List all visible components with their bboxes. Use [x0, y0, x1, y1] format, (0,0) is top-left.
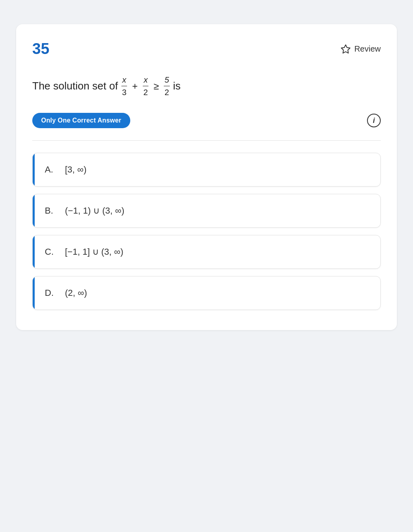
fraction-5-over-2: 5 2 [164, 74, 170, 98]
option-b-letter: B. [45, 206, 57, 216]
option-b[interactable]: B. (−1, 1) ∪ (3, ∞) [32, 194, 381, 228]
review-button[interactable]: Review [340, 44, 381, 54]
denominator-3: 3 [121, 86, 127, 98]
question-card: 35 Review The solution set of x 3 + x 2 … [16, 24, 397, 330]
page-container: 35 Review The solution set of x 3 + x 2 … [0, 0, 413, 532]
option-a-text: [3, ∞) [65, 164, 87, 175]
header-row: 35 Review [32, 40, 381, 58]
option-d-letter: D. [45, 288, 57, 298]
option-c[interactable]: C. [−1, 1] ∪ (3, ∞) [32, 235, 381, 269]
option-d-text: (2, ∞) [65, 288, 87, 298]
star-icon [340, 44, 351, 54]
option-a[interactable]: A. [3, ∞) [32, 153, 381, 187]
fraction-x-over-3: x 3 [121, 74, 127, 98]
question-suffix: is [173, 78, 181, 94]
numerator-5: 5 [164, 74, 170, 86]
options-list: A. [3, ∞) B. (−1, 1) ∪ (3, ∞) C. [−1, 1]… [32, 153, 381, 310]
option-a-letter: A. [45, 164, 57, 175]
plus-symbol: + [132, 79, 138, 94]
numerator-x: x [121, 74, 127, 86]
divider [32, 140, 381, 141]
denominator-2: 2 [143, 86, 149, 98]
badge-row: Only One Correct Answer i [32, 113, 381, 128]
svg-marker-0 [342, 45, 350, 53]
question-number: 35 [32, 40, 49, 58]
gte-symbol: ≥ [154, 79, 159, 94]
question-prefix: The solution set of [32, 78, 118, 94]
denominator-2b: 2 [164, 86, 170, 98]
fraction-x-over-2: x 2 [143, 74, 149, 98]
option-c-text: [−1, 1] ∪ (3, ∞) [65, 247, 123, 257]
numerator-x2: x [143, 74, 148, 86]
answer-type-badge: Only One Correct Answer [32, 113, 130, 128]
option-c-letter: C. [45, 247, 57, 257]
question-text: The solution set of x 3 + x 2 ≥ 5 2 is [32, 74, 381, 98]
info-button[interactable]: i [367, 114, 381, 127]
option-d[interactable]: D. (2, ∞) [32, 276, 381, 310]
option-b-text: (−1, 1) ∪ (3, ∞) [65, 206, 124, 216]
review-label: Review [354, 44, 381, 54]
info-icon-label: i [373, 116, 375, 125]
